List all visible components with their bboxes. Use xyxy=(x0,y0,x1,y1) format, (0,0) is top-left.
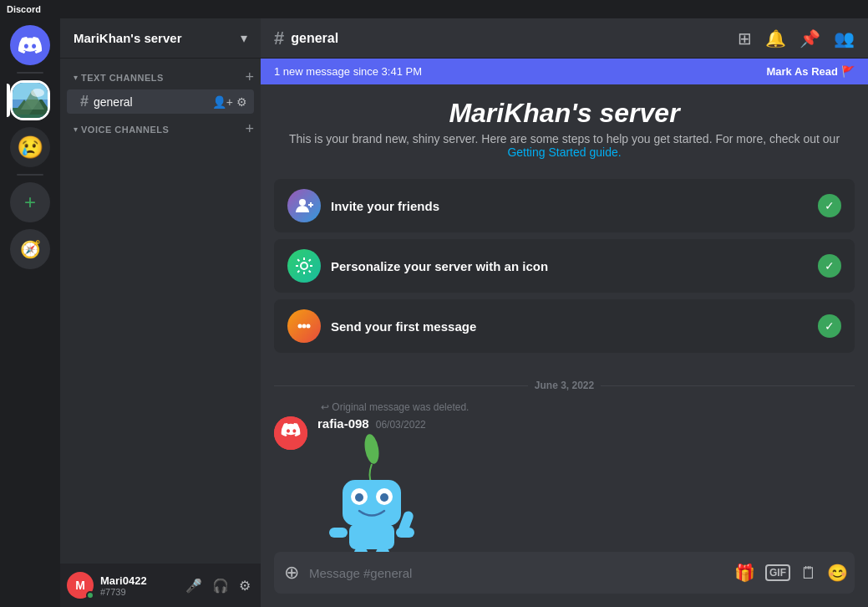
main-content: # general ⊞ 🔔 📌 👥 1 new message since 3:… xyxy=(261,18,868,607)
category-arrow-icon: ▾ xyxy=(74,73,78,82)
channel-actions: 👤+ ⚙ xyxy=(212,95,247,109)
invite-check-icon: ✓ xyxy=(818,194,841,217)
add-text-channel-icon[interactable]: + xyxy=(245,69,254,86)
svg-point-12 xyxy=(298,324,302,329)
channel-name-general: general xyxy=(94,95,207,109)
date-divider-line-left xyxy=(274,385,528,386)
svg-point-8 xyxy=(299,199,306,206)
date-divider-text: June 3, 2022 xyxy=(535,380,594,391)
app-title: Discord xyxy=(7,4,41,14)
channel-settings-icon[interactable]: ⚙ xyxy=(236,95,247,109)
personalize-label: Personalize your server with an icon xyxy=(331,259,808,273)
add-voice-channel-icon[interactable]: + xyxy=(245,120,254,138)
voice-channels-category[interactable]: ▾ VOICE CHANNELS + xyxy=(60,117,261,141)
svg-point-7 xyxy=(31,89,44,97)
notification-text: 1 new message since 3:41 PM xyxy=(274,65,422,78)
members-icon[interactable]: 👥 xyxy=(834,28,855,48)
explore-servers-button[interactable]: 🧭 xyxy=(10,229,50,269)
message-input-add-icon[interactable]: ⊕ xyxy=(281,552,302,594)
svg-point-20 xyxy=(355,493,363,502)
channel-list: ▾ TEXT CHANNELS + # general 👤+ ⚙ ▾ VOICE… xyxy=(60,59,261,564)
compass-icon: 🧭 xyxy=(20,239,41,259)
message-input[interactable] xyxy=(309,557,728,589)
first-message-label: Send your first message xyxy=(331,319,808,334)
welcome-description: This is your brand new, shiny server. He… xyxy=(274,132,855,159)
channel-header: # general ⊞ 🔔 📌 👥 xyxy=(261,18,868,59)
message-time: 06/03/2022 xyxy=(376,419,426,431)
channel-header-name: general xyxy=(291,31,731,46)
welcome-server-name: MariKhan's server xyxy=(274,98,855,129)
text-channels-label: TEXT CHANNELS xyxy=(81,73,241,83)
invite-friends-label: Invite your friends xyxy=(331,199,808,213)
message-header: rafia-098 06/03/2022 xyxy=(317,416,855,431)
user-controls: 🎤 🎧 ⚙ xyxy=(182,574,254,597)
checklist-item-personalize[interactable]: Personalize your server with an icon ✓ xyxy=(274,239,855,293)
message-input-area: ⊕ 🎁 GIF 🗒 😊 xyxy=(261,552,868,607)
server-icon-emoji[interactable]: 😢 xyxy=(10,127,50,167)
channel-header-hash: # xyxy=(274,28,284,49)
active-indicator xyxy=(7,84,10,117)
mic-icon[interactable]: 🎤 xyxy=(182,574,206,597)
flag-icon: 🚩 xyxy=(841,65,855,78)
message-input-tools: 🎁 GIF 🗒 😊 xyxy=(734,563,848,583)
text-channels-category[interactable]: ▾ TEXT CHANNELS + xyxy=(60,65,261,89)
channel-item-general[interactable]: # general 👤+ ⚙ xyxy=(67,89,254,114)
svg-rect-22 xyxy=(349,524,394,549)
user-avatar: M xyxy=(67,572,94,599)
getting-started-link[interactable]: Getting Started guide. xyxy=(507,145,621,159)
message-content: rafia-098 06/03/2022 xyxy=(317,416,855,552)
notification-bar: 1 new message since 3:41 PM Mark As Read… xyxy=(261,59,868,84)
svg-point-11 xyxy=(301,263,307,269)
add-member-icon[interactable]: 👤+ xyxy=(212,95,233,109)
discord-home-button[interactable] xyxy=(10,25,50,65)
svg-point-13 xyxy=(302,324,307,329)
message-image xyxy=(317,434,426,552)
svg-point-21 xyxy=(380,493,388,502)
checklist-item-first-message[interactable]: Send your first message ✓ xyxy=(274,299,855,353)
date-divider: June 3, 2022 xyxy=(261,366,868,398)
server-header[interactable]: MariKhan's server ▾ xyxy=(60,18,261,59)
mark-as-read-label: Mark As Read xyxy=(767,65,839,78)
header-icons: ⊞ 🔔 📌 👥 xyxy=(738,28,855,48)
user-status-dot xyxy=(86,591,94,599)
user-tag-label: #7739 xyxy=(100,587,175,597)
user-info: Mari0422 #7739 xyxy=(100,574,175,597)
mark-as-read-button[interactable]: Mark As Read 🚩 xyxy=(767,65,855,78)
message-row: rafia-098 06/03/2022 xyxy=(274,416,855,552)
pin-icon[interactable]: 📌 xyxy=(799,28,820,48)
first-message-check-icon: ✓ xyxy=(818,314,841,338)
message-group: ↩ Original message was deleted. rafia-09… xyxy=(261,398,868,552)
username-label: Mari0422 xyxy=(100,574,175,587)
message-input-wrapper: ⊕ 🎁 GIF 🗒 😊 xyxy=(274,552,855,594)
checklist-item-invite[interactable]: Invite your friends ✓ xyxy=(274,179,855,232)
server-sidebar: 😢 + 🧭 xyxy=(0,18,60,607)
personalize-check-icon: ✓ xyxy=(818,254,841,278)
message-author: rafia-098 xyxy=(317,416,369,431)
svg-point-16 xyxy=(363,434,381,465)
user-settings-icon[interactable]: ⚙ xyxy=(236,574,254,597)
gif-button[interactable]: GIF xyxy=(765,564,790,581)
deleted-notice: ↩ Original message was deleted. xyxy=(274,401,855,413)
welcome-section: MariKhan's server This is your brand new… xyxy=(261,84,868,179)
server-icon-marikhan[interactable] xyxy=(10,80,50,120)
voice-category-arrow-icon: ▾ xyxy=(74,125,78,134)
user-bar: M Mari0422 #7739 🎤 🎧 ⚙ xyxy=(60,564,261,607)
headphone-icon[interactable]: 🎧 xyxy=(209,574,232,597)
channel-sidebar: MariKhan's server ▾ ▾ TEXT CHANNELS + # … xyxy=(60,18,261,607)
message-avatar xyxy=(274,416,307,450)
channel-hash-icon: # xyxy=(80,93,89,110)
sticker-icon[interactable]: 🗒 xyxy=(800,564,817,583)
server-chevron-icon: ▾ xyxy=(241,30,247,46)
checklist: Invite your friends ✓ Personalize your s… xyxy=(261,179,868,353)
bell-icon[interactable]: 🔔 xyxy=(765,28,786,48)
add-server-button[interactable]: + xyxy=(10,182,50,222)
threads-icon[interactable]: ⊞ xyxy=(738,28,752,48)
date-divider-line-right xyxy=(601,385,855,386)
first-message-icon xyxy=(287,309,321,343)
user-avatar-letter: M xyxy=(75,579,85,592)
gift-icon[interactable]: 🎁 xyxy=(734,563,755,583)
svg-rect-23 xyxy=(329,528,348,538)
svg-point-14 xyxy=(307,324,311,329)
emoji-icon[interactable]: 😊 xyxy=(827,563,848,583)
server-name: MariKhan's server xyxy=(74,31,181,45)
